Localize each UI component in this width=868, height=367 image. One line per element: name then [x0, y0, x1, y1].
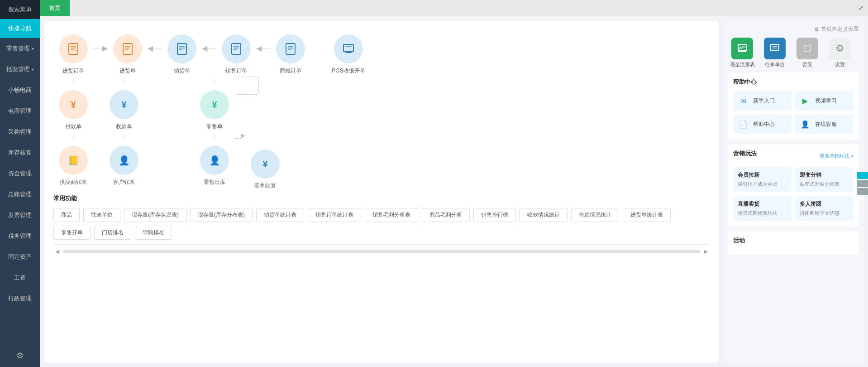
flow-col-supplier-account: ↓ 📒 供应商账本: [53, 132, 93, 186]
retail-settle-icon[interactable]: ¥: [251, 150, 280, 179]
retail-out-icon[interactable]: 👤: [200, 146, 229, 175]
flow-row-3: ↓ 📒 供应商账本 ↓ 👤 客户账本 ↓: [53, 132, 710, 190]
sidebar-item-ledger[interactable]: 总账管理: [0, 184, 40, 205]
activity-section: 活动: [728, 231, 859, 255]
func-btn-receipt-stat[interactable]: 收款情况统计: [520, 208, 568, 222]
sidebar-item-fixed-assets[interactable]: 固定资产: [0, 246, 40, 267]
settings-icon[interactable]: ⚙: [0, 344, 40, 367]
flow-node-purchase[interactable]: 进货单: [108, 34, 148, 75]
expand-button[interactable]: ⤢: [854, 0, 868, 16]
svg-rect-0: [69, 43, 78, 54]
float-btn-desktop[interactable]: 桌面快捷: [857, 188, 868, 195]
sidebar-item-salary[interactable]: 工资: [0, 267, 40, 288]
svg-rect-21: [345, 52, 352, 53]
customer-account-icon[interactable]: 👤: [110, 146, 138, 175]
marketing-item-fission[interactable]: 裂变分销 裂变式发展分销商: [795, 167, 854, 192]
scroll-track[interactable]: [63, 250, 700, 253]
marketing-item-live[interactable]: 直播卖货 场景式购物新玩法: [733, 196, 792, 221]
retail-order-icon[interactable]: ¥: [200, 90, 229, 119]
func-btn-payment-stat[interactable]: 付款情况统计: [571, 208, 619, 222]
cashflow-icon: [731, 38, 753, 59]
payment-icon[interactable]: ¥: [59, 90, 88, 119]
func-btn-purchase-stat[interactable]: 进货单统计表: [623, 208, 671, 222]
right-panel: ⚙ 首页自定义设置 现金流量表 往来单位: [723, 21, 863, 362]
supplier-account-icon[interactable]: 📒: [59, 146, 88, 175]
quick-icon-empty[interactable]: 暂无: [793, 38, 822, 68]
func-btn-goods[interactable]: 商品: [53, 208, 80, 222]
mall-order-icon: [276, 34, 305, 63]
tab-home[interactable]: 首页: [40, 0, 70, 16]
h-arrow-retail: ▶: [234, 132, 245, 151]
flow-col-retail: ↓ ¥ 零售单: [195, 77, 234, 130]
sales-order-icon: [222, 34, 251, 63]
svg-rect-25: [771, 44, 779, 51]
flow-node-sales[interactable]: 销货单: [162, 34, 202, 75]
flow-node-purchase-order[interactable]: 进货订单: [53, 34, 93, 75]
common-functions-title: 常用功能: [53, 194, 710, 203]
scroll-right-button[interactable]: ▶: [702, 247, 710, 256]
func-btn-sales-order-stat[interactable]: 销售订单统计表: [308, 208, 361, 222]
content-area: 进货订单 ▶ 进货单 ◀: [40, 16, 868, 367]
flow-col-retail-out: ↓ 👤 零售出库: [195, 132, 234, 186]
more-marketing-link[interactable]: 更多营销玩法 >: [820, 153, 854, 159]
func-btn-stock-dist[interactable]: 现存量(库存分布表): [190, 208, 253, 222]
mail-icon: ✉: [737, 94, 749, 107]
help-item-video[interactable]: ▶ 视频学习: [795, 91, 854, 111]
sidebar-item-finance[interactable]: 资金管理: [0, 163, 40, 184]
pos-bracket: [236, 77, 259, 95]
flow-node-pos[interactable]: POS收银开单: [329, 34, 368, 75]
down-arrow-2: ↓: [123, 77, 126, 83]
main-area: 首页 ⤢ 进货订单 ▶: [40, 0, 868, 367]
func-btn-retail-order[interactable]: 零售开单: [53, 226, 91, 240]
help-item-support[interactable]: 👤 在线客服: [795, 114, 854, 134]
help-center-title: 帮助中心: [733, 78, 854, 86]
func-btn-guide-rank[interactable]: 导购排名: [135, 226, 172, 240]
func-btn-sales-profit[interactable]: 销售毛利分析表: [365, 208, 418, 222]
func-btn-sales-stat[interactable]: 销货单统计表: [256, 208, 304, 222]
quick-icon-cashflow[interactable]: 现金流量表: [728, 38, 757, 68]
help-item-beginner[interactable]: ✉ 新手入门: [733, 91, 792, 111]
sidebar-item-tax[interactable]: 税务管理: [0, 226, 40, 246]
sidebar-item-purchase[interactable]: 采购管理: [0, 121, 40, 142]
func-btn-store-rank[interactable]: 门店排名: [94, 226, 131, 240]
sidebar-item-inventory[interactable]: 库存核算: [0, 142, 40, 163]
help-grid: ✉ 新手入门 ▶ 视频学习 📄 帮助中心 👤 在线客服: [733, 91, 854, 134]
play-icon: ▶: [799, 94, 811, 107]
func-btn-stock-status[interactable]: 现存量(库存状况表): [124, 208, 186, 222]
down-arrow-5: ↓: [123, 132, 126, 139]
float-btn-community[interactable]: 服务社区: [857, 180, 868, 187]
homepage-settings-row[interactable]: ⚙ 首页自定义设置: [728, 25, 859, 33]
flow-node-mall-order[interactable]: 商城订单: [271, 34, 310, 75]
quick-nav-button[interactable]: 快捷导航: [0, 19, 40, 38]
svg-rect-8: [177, 43, 186, 54]
sidebar-item-invoice[interactable]: 发票管理: [0, 205, 40, 226]
svg-rect-12: [232, 43, 241, 54]
receipt-icon[interactable]: ¥: [110, 90, 138, 119]
left-panel: 进货订单 ▶ 进货单 ◀: [44, 21, 719, 362]
arrow-left-3: ◀: [202, 44, 216, 53]
sidebar-item-ecommerce-small[interactable]: 小畅电商: [0, 80, 40, 101]
func-btn-partners[interactable]: 往来单位: [83, 208, 120, 222]
sidebar-item-retail[interactable]: 零售管理 ▾: [0, 38, 40, 59]
sidebar-item-ecommerce[interactable]: 电商管理: [0, 101, 40, 121]
sidebar-item-admin[interactable]: 行政管理: [0, 288, 40, 309]
func-btn-sales-rank[interactable]: 销售排行榜: [473, 208, 516, 222]
activity-title: 活动: [733, 237, 854, 245]
scroll-left-button[interactable]: ◀: [53, 247, 61, 256]
marketing-item-member[interactable]: 会员拉新 吸引用户成为会员: [733, 167, 792, 192]
help-item-docs[interactable]: 📄 帮助中心: [733, 114, 792, 134]
flow-node-sales-order[interactable]: 销售订单: [216, 34, 256, 75]
sidebar-item-wholesale[interactable]: 批发管理 ▾: [0, 59, 40, 80]
search-menu-button[interactable]: 搜索菜单: [0, 0, 40, 19]
quick-icon-settings[interactable]: ⚙ 设置: [825, 38, 854, 68]
func-btn-goods-profit[interactable]: 商品毛利分析: [422, 208, 470, 222]
quick-icon-partners[interactable]: 往来单位: [760, 38, 789, 68]
chevron-down-icon: ▾: [32, 67, 34, 72]
function-buttons-grid: 商品 往来单位 现存量(库存状况表) 现存量(库存分布表) 销货单统计表 销售订…: [53, 208, 710, 240]
float-btn-service[interactable]: 客服热线: [857, 172, 868, 179]
svg-rect-20: [343, 44, 353, 52]
flow-col-customer-account: ↓ 👤 客户账本: [104, 132, 144, 186]
sidebar: 搜索菜单 快捷导航 零售管理 ▾ 批发管理 ▾ 小畅电商 电商管理 采购管理 库…: [0, 0, 40, 367]
marketing-item-group[interactable]: 多人拼团 拼团购物享受优惠: [795, 196, 854, 221]
flow-row-1: 进货订单 ▶ 进货单 ◀: [53, 34, 710, 75]
